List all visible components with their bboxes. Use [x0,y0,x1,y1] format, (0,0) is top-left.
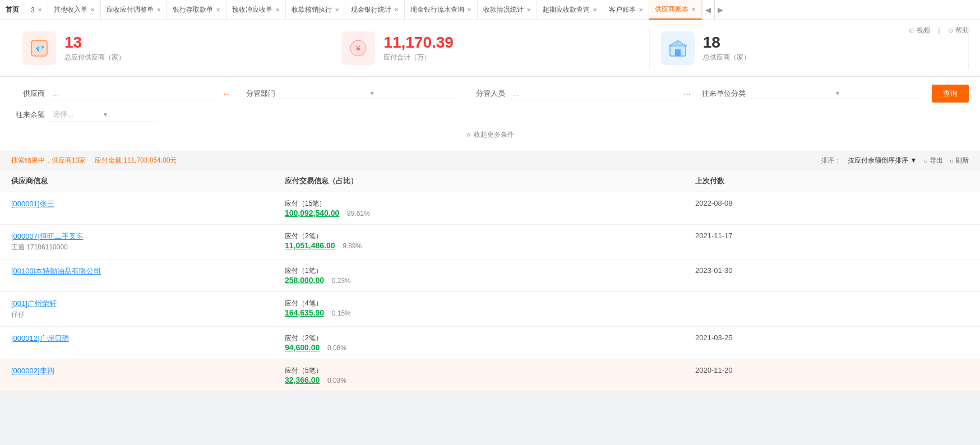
video-link[interactable]: ⊙ 视频 [909,26,930,35]
close-icon[interactable]: ✕ [216,7,220,13]
tx-amount[interactable]: 94,600.00 [285,343,320,352]
nav-tab-customer-book[interactable]: 客户账本 ✕ [603,0,649,20]
balance-filter-label: 往来余额 [11,110,45,120]
close-icon[interactable]: ✕ [38,7,42,13]
tx-label: 应付（2笔） [285,333,695,343]
supplier-link[interactable]: [000007]恒旺二手叉车 [11,231,285,242]
supplier-icon: 💎 [22,31,56,65]
tx-label: 应付（1笔） [285,266,695,276]
tx-amount[interactable]: 258,000.00 [285,276,324,285]
tx-info-col: 应付（15笔） 100,092,540.00 89.61% [285,199,695,217]
export-button[interactable]: ○ 导出 [924,156,943,165]
nav-tab-prepay-offset[interactable]: 预收冲应收单 ✕ [226,0,286,20]
nav-tab-overdue-query[interactable]: 超期应收款查询 ✕ [537,0,603,20]
last-pay-col: 2023-01-30 [695,266,969,275]
nav-tab-cash-flow-query[interactable]: 现金银行流水查询 ✕ [405,0,478,20]
last-pay-col: 2021-11-17 [695,231,969,240]
col-header-tx: 应付交易信息（占比） [285,176,695,186]
supplier-info-col: [00100]本特勤油品有限公司 [11,266,285,276]
nav-tab-other-income[interactable]: 其他收入单 ✕ [48,0,101,20]
sort-label: 排序： [821,156,841,165]
supplier-info-col: [001]广州荣轩 仔仔 [11,299,285,319]
balance-filter-select[interactable]: 选择... ▼ [48,107,157,122]
close-icon[interactable]: ✕ [467,7,471,13]
close-icon[interactable]: ✕ [691,6,696,12]
tx-amount[interactable]: 164,635.90 [285,308,324,317]
supplier-link[interactable]: [000012]广州贝瑞 [11,333,285,344]
top-navigation: 首页 3 ✕ 其他收入单 ✕ 应收应付调整单 ✕ 银行存取款单 ✕ 预收冲应收单… [0,0,980,20]
col-header-supplier: 供应商信息 [11,176,285,186]
supplier-link[interactable]: [000001]张三 [11,199,285,209]
summary-total-info: 18 总供应商（家） [703,35,750,62]
category-filter-select[interactable]: ▼ [749,88,921,99]
close-icon[interactable]: ✕ [335,7,339,13]
svg-marker-5 [669,40,687,46]
table-row: [001]广州荣轩 仔仔 应付（4笔） 164,635.90 0.15% [0,292,980,327]
person-dots-icon[interactable]: ··· [684,89,691,98]
svg-rect-6 [675,49,681,56]
table-row: [000001]张三 应付（15笔） 100,092,540.00 89.61%… [0,192,980,225]
nav-arrow-right[interactable]: ▶ [714,0,727,20]
payable-amount-value: 11,170.39 [383,35,454,50]
summary-area: 💎 13 总应付供应商（家） ¥ 11,170.39 应付合计（万） [0,20,980,77]
tx-amount[interactable]: 100,092,540.00 [285,208,339,217]
total-suppliers-label: 总供应商（家） [703,53,750,62]
refresh-button[interactable]: ○ 刷新 [950,156,969,165]
close-icon[interactable]: ✕ [639,7,643,13]
supplier-link[interactable]: [00100]本特勤油品有限公司 [11,266,285,276]
data-table: 供应商信息 应付交易信息（占比） 上次付数 [000001]张三 应付（15笔）… [0,170,980,392]
close-icon[interactable]: ✕ [90,7,95,13]
supplier-info-col: [000002]李四 [11,366,285,376]
filter-supplier: 供应商 ··· [11,87,230,100]
supplier-link[interactable]: [001]广州荣轩 [11,299,285,309]
nav-tab-supplier-book[interactable]: 供应商账本 ✕ [649,0,702,20]
payable-suppliers-label: 总应付供应商（家） [64,53,125,62]
help-link[interactable]: ⊙ 帮助 [948,26,969,35]
refresh-icon: ○ [950,157,954,165]
tx-pct: 0.03% [327,377,346,384]
close-icon[interactable]: ✕ [394,7,399,13]
supplier-filter-input[interactable] [48,87,220,100]
collapse-bar[interactable]: ∧ 收起更多条件 [11,127,969,143]
close-icon[interactable]: ✕ [156,7,161,13]
dept-filter-label: 分管部门 [242,89,275,99]
tx-amount[interactable]: 11,051,486.00 [285,241,335,250]
nav-tab-collection-exec[interactable]: 收款核销执行 ✕ [286,0,345,20]
sort-value[interactable]: 按应付余额倒序排序 ▼ [848,156,917,165]
query-button[interactable]: 查询 [932,85,969,103]
svg-text:💎: 💎 [35,44,45,54]
close-icon[interactable]: ✕ [593,7,597,13]
payable-suppliers-count: 13 [64,35,125,50]
close-icon[interactable]: ✕ [526,7,531,13]
supplier-info-col: [000007]恒旺二手叉车 王通 17106110000 [11,231,285,252]
tx-info-col: 应付（5笔） 32,366.00 0.03% [285,366,695,384]
store-icon [661,31,695,65]
person-filter-input[interactable] [509,87,681,100]
tx-pct: 89.61% [347,210,370,217]
tx-info-col: 应付（2笔） 11,051,486.00 9.89% [285,231,695,250]
nav-tab-cash-bank-stat[interactable]: 现金银行统计 ✕ [345,0,405,20]
table-row: [00100]本特勤油品有限公司 应付（1笔） 258,000.00 0.23%… [0,259,980,292]
tx-info-col: 应付（2笔） 94,600.00 0.08% [285,333,695,352]
supplier-dots-icon[interactable]: ··· [224,89,230,98]
nav-tab-ar-ap-adjust[interactable]: 应收应付调整单 ✕ [101,0,167,20]
tx-label: 应付（5笔） [285,366,695,376]
summary-amount-info: 11,170.39 应付合计（万） [383,35,454,62]
dept-filter-select[interactable]: ▼ [279,88,461,99]
table-row: [000012]广州贝瑞 应付（2笔） 94,600.00 0.08% 2021… [0,327,980,359]
close-icon[interactable]: ✕ [275,7,280,13]
supplier-filter-label: 供应商 [11,89,45,99]
summary-card-payable-suppliers: 💎 13 总应付供应商（家） [11,27,330,69]
supplier-info-col: [000012]广州贝瑞 [11,333,285,344]
category-filter-label: 往来单位分类 [702,89,746,99]
filter-row-1: 供应商 ··· 分管部门 ▼ 分管人员 ··· 往来单位分类 ▼ 查询 [11,85,969,103]
nav-tab-bank-deposit[interactable]: 银行存取款单 ✕ [167,0,226,20]
nav-arrow-left[interactable]: ◀ [702,0,714,20]
dept-chevron-down-icon: ▼ [369,90,456,96]
supplier-link[interactable]: [000002]李四 [11,366,285,376]
tx-amount[interactable]: 32,366.00 [285,376,320,384]
nav-tab-home[interactable]: 首页 [0,0,25,20]
divider: ｜ [936,26,942,35]
nav-tab-collection-stat[interactable]: 收款情况统计 ✕ [478,0,537,20]
nav-tab-3[interactable]: 3 ✕ [25,0,48,20]
